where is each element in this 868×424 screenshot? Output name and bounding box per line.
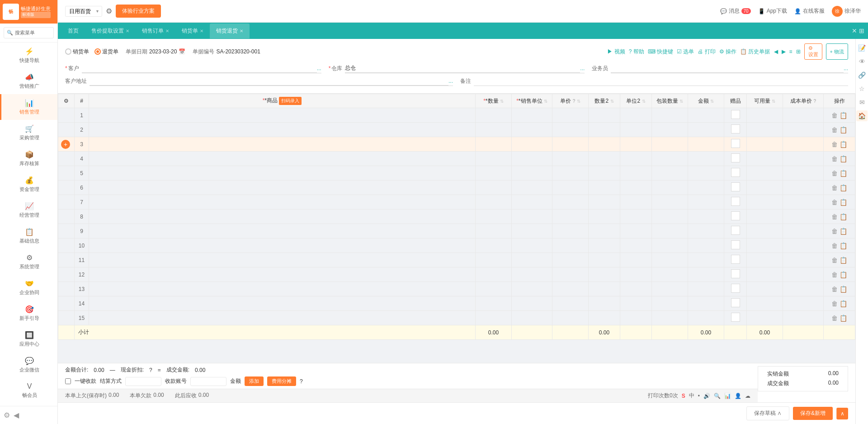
cell-price-1[interactable] <box>552 108 589 123</box>
cell-cost-5[interactable] <box>783 166 824 181</box>
experience-plan-button[interactable]: 体验行业方案 <box>116 5 161 18</box>
copy-row-icon-3[interactable]: 📋 <box>840 141 847 148</box>
cell-pkg-11[interactable] <box>652 253 688 267</box>
cell-pkg-5[interactable] <box>652 166 688 181</box>
cell-unit-6[interactable] <box>512 181 552 195</box>
cell-unit-12[interactable] <box>512 267 552 282</box>
copy-row-icon-11[interactable]: 📋 <box>840 257 847 264</box>
add-row-button[interactable]: + <box>61 140 70 149</box>
cell-gift-11[interactable] <box>724 253 747 267</box>
tab-home[interactable]: 首页 <box>61 24 85 38</box>
sidebar-item-apps[interactable]: 🔲 应用中心 <box>0 326 57 352</box>
remarks-input[interactable] <box>474 76 848 86</box>
cell-qty2-14[interactable] <box>589 296 620 311</box>
cell-unit2-4[interactable] <box>620 152 652 166</box>
delete-row-icon-12[interactable]: 🗑 <box>831 271 838 278</box>
cell-unit-15[interactable] <box>512 311 552 325</box>
cell-avail-5[interactable] <box>747 166 783 181</box>
cell-pkg-12[interactable] <box>652 267 688 282</box>
toolbar-icon-3[interactable]: 🔊 <box>703 393 710 399</box>
cell-cost-2[interactable] <box>783 123 824 137</box>
cell-goods-3[interactable] <box>89 137 476 152</box>
cell-gift-6[interactable] <box>724 181 747 195</box>
gift-checkbox-3[interactable] <box>731 139 740 148</box>
settle-input[interactable] <box>125 377 161 386</box>
cell-qty-12[interactable] <box>476 267 512 282</box>
qty2-sort-icon[interactable]: ⇅ <box>610 99 614 104</box>
delete-row-icon-1[interactable]: 🗑 <box>831 112 838 119</box>
cell-price-15[interactable] <box>552 311 589 325</box>
copy-row-icon-13[interactable]: 📋 <box>840 286 847 293</box>
delete-row-icon-7[interactable]: 🗑 <box>831 199 838 206</box>
cell-gift-9[interactable] <box>724 224 747 238</box>
list-view-icon[interactable]: ≡ <box>789 48 793 55</box>
cell-gift-8[interactable] <box>724 210 747 224</box>
gift-checkbox-7[interactable] <box>731 197 740 206</box>
copy-row-icon-15[interactable]: 📋 <box>840 314 847 322</box>
delete-row-icon-14[interactable]: 🗑 <box>831 300 838 307</box>
customer-input[interactable] <box>82 63 317 73</box>
cell-unit-2[interactable] <box>512 123 552 137</box>
cell-pkg-8[interactable] <box>652 210 688 224</box>
cell-cost-3[interactable] <box>783 137 824 152</box>
cell-unit-13[interactable] <box>512 282 552 296</box>
save-new-dropdown-button[interactable]: ∧ <box>836 408 848 419</box>
cell-unit-11[interactable] <box>512 253 552 267</box>
cell-qty-14[interactable] <box>476 296 512 311</box>
cell-price-6[interactable] <box>552 181 589 195</box>
cell-avail-13[interactable] <box>747 282 783 296</box>
cell-qty-11[interactable] <box>476 253 512 267</box>
cell-goods-13[interactable] <box>89 282 476 296</box>
delete-row-icon-8[interactable]: 🗑 <box>831 213 838 220</box>
cell-avail-8[interactable] <box>747 210 783 224</box>
cell-cost-8[interactable] <box>783 210 824 224</box>
th-settings[interactable]: ⚙ <box>58 94 75 108</box>
cell-qty-1[interactable] <box>476 108 512 123</box>
cell-cost-10[interactable] <box>783 238 824 253</box>
cell-goods-11[interactable] <box>89 253 476 267</box>
delete-row-icon-11[interactable]: 🗑 <box>831 257 838 264</box>
print-action[interactable]: 🖨 打印 <box>698 48 715 56</box>
cell-amount-6[interactable] <box>688 181 724 195</box>
cell-cost-1[interactable] <box>783 108 824 123</box>
address-ellipsis[interactable]: ... <box>448 78 453 84</box>
operate-action[interactable]: ⚙ 操作 <box>719 48 736 56</box>
save-new-button[interactable]: 保存&新增 <box>793 407 833 420</box>
delete-row-icon-4[interactable]: 🗑 <box>831 155 838 162</box>
cell-goods-2[interactable] <box>89 123 476 137</box>
cell-unit2-2[interactable] <box>620 123 652 137</box>
cell-price-13[interactable] <box>552 282 589 296</box>
sidebar-item-shortcut[interactable]: ⚡ 快捷导航 <box>0 43 57 68</box>
cell-qty2-6[interactable] <box>589 181 620 195</box>
toolbar-icon-6[interactable]: 👤 <box>735 393 741 399</box>
cell-price-8[interactable] <box>552 210 589 224</box>
app-download-item[interactable]: 📱 App下载 <box>758 7 787 15</box>
tab-sales-order[interactable]: 销售订单 ✕ <box>136 24 175 38</box>
cell-pkg-1[interactable] <box>652 108 688 123</box>
online-service-item[interactable]: 👤 在线客服 <box>794 7 825 15</box>
cell-gift-5[interactable] <box>724 166 747 181</box>
logistics-button[interactable]: + 物流 <box>826 43 848 60</box>
cell-amount-11[interactable] <box>688 253 724 267</box>
copy-row-icon-5[interactable]: 📋 <box>840 170 847 177</box>
cell-cost-9[interactable] <box>783 224 824 238</box>
sidebar-item-system[interactable]: ⚙ 系统管理 <box>0 249 57 275</box>
cell-goods-9[interactable] <box>89 224 476 238</box>
cell-goods-12[interactable] <box>89 267 476 282</box>
cell-pkg-10[interactable] <box>652 238 688 253</box>
cell-goods-7[interactable] <box>89 195 476 210</box>
industry-select[interactable]: 日用百货 <box>65 6 102 17</box>
cell-cost-14[interactable] <box>783 296 824 311</box>
sidebar-item-purchase[interactable]: 🛒 采购管理 <box>0 120 57 146</box>
cell-qty-3[interactable] <box>476 137 512 152</box>
sidebar-item-wechat[interactable]: 💬 企业微信 <box>0 352 57 378</box>
cell-unit2-5[interactable] <box>620 166 652 181</box>
salesperson-input[interactable] <box>611 63 844 73</box>
cell-qty-8[interactable] <box>476 210 512 224</box>
cell-cost-6[interactable] <box>783 181 824 195</box>
sidebar-item-enterprise[interactable]: 🤝 企业协同 <box>0 275 57 300</box>
draft-dropdown-icon[interactable]: ∧ <box>777 410 782 416</box>
warehouse-input[interactable] <box>345 63 580 73</box>
delete-row-icon-15[interactable]: 🗑 <box>831 314 838 322</box>
avail-sort-icon[interactable]: ⇅ <box>772 99 775 104</box>
